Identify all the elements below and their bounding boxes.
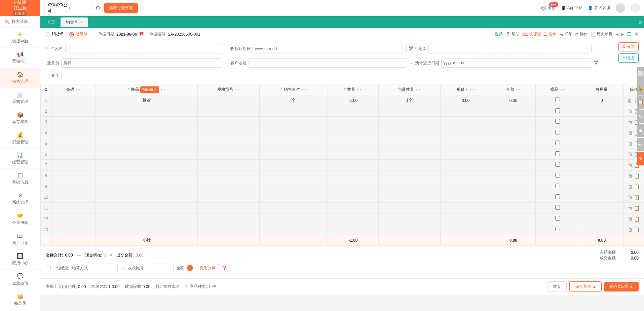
operation-link[interactable]: ⚙ 操作 (575, 31, 588, 37)
gift-checkbox[interactable] (555, 151, 560, 156)
delete-btn[interactable]: 🗑 (627, 129, 633, 136)
gift-checkbox[interactable] (555, 141, 560, 145)
sidebar-item-corp-collab[interactable]: 🤝 企业协同 (0, 209, 40, 229)
warehouse-input[interactable]: 建材仓 (431, 46, 589, 51)
print-link[interactable]: 🖨 打印 (559, 31, 572, 37)
nav-next[interactable]: ▶ (621, 32, 624, 37)
delete-btn[interactable]: 🗑 (627, 183, 633, 190)
tab-bar-close-btn[interactable]: ✕ (638, 19, 643, 26)
sidebar-item-purchase[interactable]: 🛒 采购管理 (0, 88, 40, 108)
payment-method-more[interactable]: ··· (121, 265, 125, 271)
cell-spec[interactable] (198, 95, 260, 106)
save-draft-btn[interactable]: 保存草稿 ▲ (569, 281, 602, 292)
price-sort-icon[interactable]: ▲▼ (469, 88, 475, 91)
cell-unit[interactable]: 个 (260, 95, 328, 106)
float-btn-3[interactable]: 📋 (637, 95, 644, 109)
total-owed-icon[interactable]: ℹ (109, 284, 110, 289)
delete-btn[interactable]: 🗑 (627, 119, 633, 125)
copy-btn[interactable]: 📋 (633, 226, 640, 233)
packqty-sort-icon[interactable]: ▲▼ (415, 88, 421, 91)
history-link[interactable]: 📄 历史单据 (591, 31, 613, 37)
sidebar-item-basic-info[interactable]: 📋 基础信息 (0, 169, 40, 189)
sidebar-item-sys-mgmt[interactable]: ⚙ 系统管理 (0, 189, 40, 209)
experience-btn[interactable]: 体验行业方案 (104, 3, 138, 13)
gift-checkbox[interactable] (555, 173, 560, 178)
account-input[interactable] (147, 264, 174, 272)
delete-btn[interactable]: 🗑 (627, 108, 633, 115)
delete-btn[interactable]: 🗑 (627, 172, 633, 179)
expense-help-icon[interactable]: ❓ (222, 266, 227, 270)
video-link[interactable]: 视频 (495, 31, 503, 37)
radio-sales-order[interactable]: 销货单 (46, 31, 64, 37)
gift-checkbox[interactable] (555, 130, 560, 134)
gift-checkbox[interactable] (555, 194, 560, 199)
user-avatar[interactable] (616, 3, 625, 13)
delete-btn[interactable]: 🗑 (627, 194, 633, 201)
one-click-payment-checkbox[interactable] (46, 266, 50, 270)
delete-btn[interactable]: 🗑 (627, 216, 633, 222)
float-btn-4[interactable]: ✎ (637, 110, 644, 123)
receivable-date-input[interactable] (255, 46, 404, 51)
qty-sort-icon[interactable]: ▲▼ (356, 88, 362, 91)
user-avatar-2[interactable] (631, 3, 640, 13)
cell-amount[interactable]: 0.00 (491, 95, 536, 106)
cell-barcode[interactable] (51, 95, 96, 106)
delete-btn[interactable]: 🗑 (627, 162, 633, 168)
gift-checkbox[interactable] (555, 98, 560, 102)
cell-pack-qty[interactable]: 1个 (378, 95, 440, 106)
logistics-btn[interactable]: + 物流 (618, 53, 639, 63)
copy-btn[interactable]: 📋 (633, 216, 640, 222)
copy-btn[interactable]: 📋 (633, 205, 640, 211)
app-download-btn[interactable]: 📱 App下载 (561, 5, 582, 11)
gift-checkbox[interactable] (555, 227, 560, 231)
sidebar-item-operations[interactable]: 📊 经营管理 (0, 149, 40, 169)
salesperson-input[interactable] (64, 61, 220, 65)
gift-checkbox[interactable] (555, 119, 560, 124)
sidebar-item-sales[interactable]: 🏠 销售管理 (0, 68, 40, 88)
company-selector[interactable]: XXXXXX公司 ▼ (44, 1, 91, 15)
cell-gift[interactable] (535, 95, 580, 106)
sidebar-item-corp-wechat[interactable]: 💬 企业微信 (0, 270, 40, 290)
view-grid[interactable]: ⊞ (634, 31, 639, 37)
cell-unit-price[interactable]: 0.00 (440, 95, 491, 106)
delete-btn[interactable]: 🗑 (627, 226, 633, 233)
abandon-btn[interactable]: 放弃 (547, 281, 567, 292)
product-type-checkbox[interactable]: ☑ (185, 284, 188, 289)
sidebar-search[interactable]: 🔍 搜索菜单 (0, 16, 40, 28)
unit-sort-icon[interactable]: ▲▼ (301, 88, 307, 91)
sidebar-item-marketing[interactable]: 📢 营销推广 (0, 48, 40, 68)
gift-checkbox[interactable] (555, 216, 560, 221)
salesperson-more-btn[interactable]: ··· (225, 60, 229, 66)
copy-btn[interactable]: 📋 (633, 172, 640, 179)
delete-btn[interactable]: 🗑 (627, 97, 633, 104)
barcode-sort-icon[interactable]: ▲▼ (76, 88, 81, 91)
scan-btn[interactable]: 扫码录入 (140, 86, 159, 93)
cell-product[interactable]: 拆货 (96, 95, 198, 106)
delivery-date-input[interactable] (444, 61, 589, 65)
amount-sort-icon[interactable]: ▲▼ (516, 88, 521, 91)
warehouse-more-btn[interactable]: ··· (594, 46, 598, 51)
select-link[interactable]: ☰ 选单 (544, 31, 557, 37)
float-btn-6[interactable]: ✏ (637, 138, 644, 151)
view-list[interactable]: ☰ (627, 31, 632, 37)
settings-gear-btn[interactable]: ⚙ (94, 3, 102, 12)
copy-btn[interactable]: 📋 (633, 194, 640, 201)
tab-close-btn[interactable]: ✕ (80, 21, 83, 24)
float-btn-orange[interactable]: ⊞ (637, 152, 644, 165)
online-support-btn[interactable]: 👤 在线客服 (588, 5, 610, 11)
add-payment-btn[interactable]: + (187, 265, 193, 271)
shortcut-link[interactable]: ⌨ 快捷键 (522, 31, 541, 37)
sidebar-item-finance[interactable]: 💰 资金管理 (0, 128, 40, 149)
receivable-calendar-icon[interactable]: 📅 (409, 46, 414, 51)
addr-more-btn[interactable]: ··· (410, 60, 414, 66)
delete-btn[interactable]: 🗑 (627, 205, 633, 211)
calendar-icon[interactable]: 📅 (139, 32, 144, 37)
gift-checkbox[interactable] (555, 108, 560, 113)
delivery-calendar-icon[interactable]: 📅 (593, 61, 598, 65)
tab-home[interactable]: 首页 (42, 17, 61, 27)
message-btn[interactable]: 💬 消息 99+ (541, 5, 556, 11)
sidebar-item-app-center[interactable]: 🔲 应用中心 (0, 249, 40, 270)
sidebar-item-member[interactable]: 👑 畅会员 (0, 290, 40, 310)
customer-more-btn[interactable]: ··· (225, 46, 229, 51)
cell-quantity[interactable]: -1.00 (328, 95, 379, 106)
